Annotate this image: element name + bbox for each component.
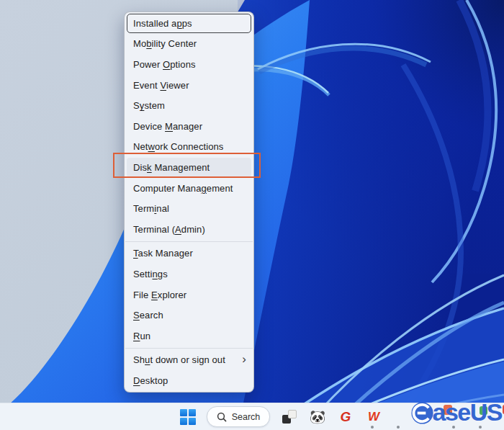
menu-separator: [125, 348, 253, 349]
taskbar-app-g[interactable]: G: [337, 408, 354, 426]
menu-item-label: Desktop: [133, 375, 168, 386]
g-app-icon: G: [341, 410, 351, 424]
running-app-indicator: [452, 426, 455, 429]
menu-item-search[interactable]: Search: [125, 305, 253, 326]
menu-item-label: Event Viewer: [133, 80, 189, 91]
menu-item-power-options[interactable]: Power Options: [125, 54, 253, 75]
menu-item-label: Device Manager: [133, 121, 202, 132]
taskbar: Search 🐼 G W: [0, 403, 504, 430]
menu-item-label: Task Manager: [133, 248, 193, 259]
menu-item-label: Installed apps: [133, 18, 192, 29]
search-icon: [217, 412, 227, 422]
menu-item-label: File Explorer: [133, 290, 186, 300]
menu-item-system[interactable]: System: [125, 95, 253, 116]
taskbar-app-wps[interactable]: W: [365, 408, 382, 426]
menu-item-label: Search: [133, 310, 163, 321]
menu-item-label: Disk Management: [133, 162, 210, 173]
stacked-windows-icon: [282, 409, 297, 424]
menu-item-label: Mobility Center: [133, 38, 197, 49]
menu-item-disk-management[interactable]: Disk Management: [125, 157, 253, 178]
menu-item-run[interactable]: Run: [125, 326, 253, 346]
wps-icon: W: [368, 411, 379, 423]
running-app-indicator: [397, 426, 400, 429]
winx-menu-list: Installed appsMobility CenterPower Optio…: [125, 13, 253, 391]
menu-item-terminal[interactable]: Terminal: [125, 198, 253, 219]
menu-item-label: System: [133, 100, 165, 111]
menu-item-desktop[interactable]: Desktop: [125, 370, 253, 391]
menu-item-file-explorer[interactable]: File Explorer: [125, 285, 253, 305]
menu-item-installed-apps[interactable]: Installed apps: [125, 13, 253, 34]
desktop: Installed appsMobility CenterPower Optio…: [0, 0, 504, 430]
winx-context-menu: Installed appsMobility CenterPower Optio…: [124, 12, 254, 393]
chevron-right-icon: ›: [242, 353, 246, 365]
menu-item-mobility-center[interactable]: Mobility Center: [125, 34, 253, 55]
menu-item-label: Computer Management: [133, 183, 233, 194]
start-icon: [180, 409, 187, 416]
running-app-indicator: [479, 426, 482, 429]
taskbar-app-desktop-windows[interactable]: [281, 408, 298, 426]
menu-item-label: Network Connections: [133, 141, 223, 152]
menu-item-settings[interactable]: Settings: [125, 264, 253, 285]
panda-icon: 🐼: [310, 411, 325, 424]
menu-item-label: Power Options: [133, 59, 196, 70]
menu-item-task-manager[interactable]: Task Manager: [125, 243, 253, 264]
menu-item-label: Shut down or sign out: [133, 354, 225, 365]
search-label: Search: [232, 412, 261, 422]
menu-item-label: Terminal (Admin): [133, 224, 205, 235]
menu-item-network-connections[interactable]: Network Connections: [125, 137, 253, 158]
menu-item-label: Terminal: [133, 203, 169, 214]
menu-item-computer-management[interactable]: Computer Management: [125, 178, 253, 199]
menu-item-label: Run: [133, 331, 150, 341]
taskbar-app-panda[interactable]: 🐼: [309, 408, 326, 426]
menu-item-event-viewer[interactable]: Event Viewer: [125, 75, 253, 96]
start-button[interactable]: [180, 409, 196, 425]
menu-item-shut-down-or-sign-out[interactable]: Shut down or sign out›: [125, 350, 253, 371]
menu-item-label: Settings: [133, 269, 168, 279]
menu-item-device-manager[interactable]: Device Manager: [125, 116, 253, 137]
menu-separator: [125, 241, 253, 242]
taskbar-search[interactable]: Search: [207, 406, 270, 427]
running-app-indicator: [371, 426, 374, 429]
menu-item-terminal-admin[interactable]: Terminal (Admin): [125, 219, 253, 240]
